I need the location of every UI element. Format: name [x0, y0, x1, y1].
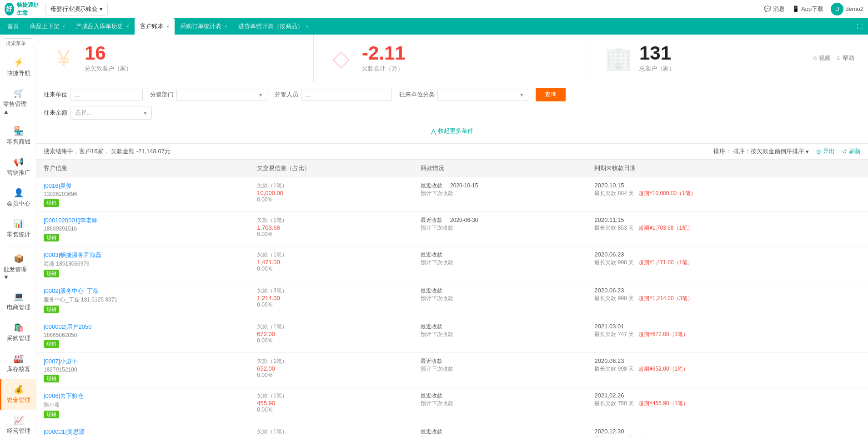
customer-name-link-2[interactable]: [0003]畅捷服务尹海蕊 [44, 251, 101, 258]
tab-close-icon[interactable]: × [224, 24, 227, 29]
sidebar-item-marketing[interactable]: 📢 营销推广 [0, 151, 36, 182]
overdue-amount-2[interactable]: 超期¥1,471.00（1笔） [638, 259, 693, 266]
tab-product-offline[interactable]: 商品上下架 × [25, 18, 70, 35]
tab-product-history[interactable]: 产成品入库单历史 × [70, 18, 134, 35]
sidebar-item-capital-mgmt[interactable]: 💰 资金管理 [0, 379, 36, 410]
customer-name-link-6[interactable]: [0006]去下粮仓 [44, 392, 84, 399]
customer-tag-3: 现销 [44, 306, 59, 313]
balance-select[interactable]: 选择... ▾ [70, 106, 152, 120]
username: demo2 [845, 5, 863, 12]
collapse-label: 收起更多条件 [438, 127, 473, 135]
debt-count-6: 欠款（1笔） [257, 392, 406, 400]
cell-collection-7: 最近收款 预计下次收款 [413, 423, 587, 437]
last-collection-1: 最近收款 2020-06-30 [421, 216, 580, 224]
tab-bar-controls: — ⛶ [847, 23, 866, 30]
sort-select[interactable]: 排序： 排序：按欠款金额倒序排序 ▾ [713, 147, 809, 156]
debt-pct-3: 0.00% [257, 301, 406, 308]
video-btn[interactable]: ⊙ 视频 [813, 54, 831, 62]
total-customers-value: 131 [639, 44, 675, 63]
person-input[interactable]: ... [301, 89, 392, 101]
tab-customer-account[interactable]: 客户账本 × [135, 18, 175, 35]
minimize-icon[interactable]: — [847, 23, 853, 30]
tab-purchase-stats[interactable]: 进货单统计表（按商品） × [233, 18, 314, 35]
message-label: 消息 [773, 5, 785, 13]
overdue-info-1: 最长欠款 853 天 超期¥1,703.68（1笔） [594, 224, 861, 232]
customer-name-link-1[interactable]: [0001020001]李老师 [44, 217, 98, 224]
top-right: 💬 消息 📱 App下载 D demo2 [764, 3, 863, 15]
sidebar-item-business-mgmt[interactable]: 📈 经营管理 [0, 410, 36, 437]
sidebar-item-quick-nav[interactable]: ⚡ 快捷导航 [0, 52, 36, 83]
refresh-button[interactable]: ↺ 刷新 [842, 147, 861, 156]
sidebar-item-inventory[interactable]: 🏭 库存核算 [0, 348, 36, 379]
logo-icon: 好 [5, 3, 14, 15]
tab-close-icon[interactable]: × [62, 24, 65, 29]
overdue-amount-1[interactable]: 超期¥1,703.68（1笔） [638, 225, 693, 231]
sidebar-item-retail-stats[interactable]: 📊 零售统计 [0, 213, 36, 244]
expand-icon[interactable]: ⛶ [857, 23, 863, 30]
sidebar-item-purchase-mgmt[interactable]: 🛍️ 采购管理 [0, 317, 36, 348]
customer-tag-1: 现销 [44, 234, 59, 241]
tab-close-icon[interactable]: × [126, 24, 129, 29]
sidebar-item-retail-mall[interactable]: 🏪 零售商城 [0, 121, 36, 151]
sidebar-item-batch-mgmt[interactable]: 📦 批发管理 ▼ [0, 248, 36, 286]
person-label: 分管人员 [275, 90, 298, 99]
debt-pct-1: 0.00% [257, 231, 406, 237]
customer-name-link-4[interactable]: [000002]用户2050 [44, 323, 92, 330]
cell-collection-5: 最近收款 预计下次收款 [413, 353, 587, 387]
sidebar-item-ecommerce[interactable]: 💻 电商管理 [0, 286, 36, 317]
overdue-amount-0[interactable]: 超期¥10,000.00（1笔） [638, 190, 696, 196]
avatar: D [831, 3, 843, 15]
store-selector[interactable]: 母婴行业演示账套 ▾ [45, 3, 108, 15]
stat-amount-info: -2.11 欠款合计（万） [362, 44, 406, 73]
filter-person: 分管人员 ... [275, 89, 392, 101]
table-row: [0007]小进干 18279152100 现销 欠款（1笔） 652.00 0… [36, 353, 868, 387]
stat-overdue-customers: ¥ 16 总欠款客户（家） [36, 35, 314, 82]
unit-class-select[interactable]: ▾ [437, 89, 528, 101]
retail-mgmt-icon: 🛒 [14, 88, 24, 98]
sidebar-item-member-center[interactable]: 👤 会员中心 [0, 182, 36, 213]
overdue-amount-6[interactable]: 超期¥455.90（1笔） [638, 400, 688, 407]
cell-customer-7: [000001]黄思源 13552700226 现销 [36, 423, 250, 437]
tab-purchase-order-label: 采购订单统计表 [180, 22, 221, 30]
customer-tag-4: 现销 [44, 340, 59, 348]
collapse-button[interactable]: ⋀ 收起更多条件 [428, 124, 476, 138]
customer-name-link-7[interactable]: [000001]黄思源 [44, 428, 85, 435]
overdue-info-0: 最长欠款 884 天 超期¥10,000.00（1笔） [594, 190, 861, 197]
customer-name-link-0[interactable]: [0016]吴俊 [44, 182, 72, 189]
due-date-4: 2021.03.01 [594, 323, 861, 330]
from-unit-input[interactable]: ... [70, 89, 143, 101]
debt-count-0: 欠款（1笔） [257, 182, 406, 190]
query-button[interactable]: 查询 [536, 88, 566, 101]
sidebar-search-area [0, 35, 36, 52]
col-collection: 回款情况 [413, 160, 587, 177]
dept-select[interactable]: ▾ [176, 89, 267, 101]
customer-name-link-5[interactable]: [0007]小进干 [44, 358, 78, 365]
tab-close-icon[interactable]: × [306, 24, 309, 29]
table-row: [0001020001]李老师 18600391516 现销 欠款（1笔） 1,… [36, 212, 868, 246]
last-collection-6: 最近收款 [421, 392, 580, 400]
dept-label: 分管部门 [150, 90, 174, 99]
tab-close-icon[interactable]: × [166, 24, 169, 29]
customer-name-link-3[interactable]: [0002]服务中心_丁磊 [44, 287, 99, 294]
table-row: [0002]服务中心_丁磊 服务中心_丁磊 181 0125 8371 现销 欠… [36, 282, 868, 318]
tab-purchase-order[interactable]: 采购订单统计表 × [175, 18, 232, 35]
user-menu[interactable]: D demo2 [831, 3, 863, 15]
logo-text: 畅捷通好生意 [17, 1, 41, 17]
sidebar-item-retail-mgmt[interactable]: 🛒 零售管理 ▲ [0, 83, 36, 121]
cell-collection-6: 最近收款 预计下次收款 [413, 387, 587, 423]
overdue-amount-5[interactable]: 超期¥652.00（1笔） [638, 366, 688, 372]
help-btn[interactable]: ⊙ 帮助 [836, 54, 854, 62]
overdue-amount-3[interactable]: 超期¥1,214.00（3笔） [638, 295, 693, 301]
export-button[interactable]: ⊙ 导出 [816, 147, 835, 156]
tab-home[interactable]: 首页 [2, 18, 25, 35]
overdue-info-6: 最长欠款 750 天 超期¥455.90（1笔） [594, 400, 861, 407]
sidebar-label-purchase-mgmt: 采购管理 [7, 334, 30, 342]
stats-row: ¥ 16 总欠款客户（家） ◇ -2.11 欠款合计（万） 🏢 131 总客户（… [36, 35, 868, 82]
chevron-down-icon: ▾ [520, 91, 523, 98]
refresh-label: 刷新 [849, 147, 861, 156]
overdue-amount-4[interactable]: 超期¥672.00（1笔） [638, 331, 688, 337]
app-download-btn[interactable]: 📱 App下载 [792, 5, 823, 13]
sidebar-search-input[interactable] [3, 38, 33, 48]
message-btn[interactable]: 💬 消息 [764, 5, 785, 13]
cell-due-4: 2021.03.01 最长欠款 747 天 超期¥672.00（1笔） [587, 318, 868, 353]
